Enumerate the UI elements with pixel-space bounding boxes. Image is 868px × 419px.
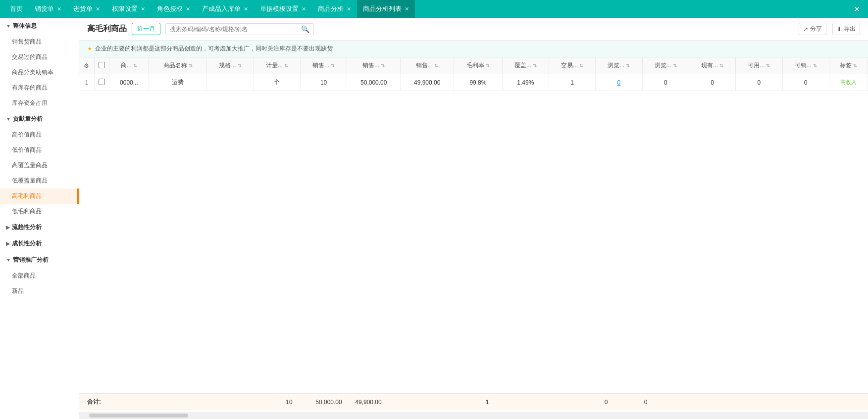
col-views2[interactable]: 浏览...⇅ xyxy=(642,57,689,74)
views1-link[interactable]: 0 xyxy=(617,79,621,86)
header-actions: ↗ 分享 ⬇ 导出 xyxy=(799,23,860,35)
scrollbar-thumb[interactable] xyxy=(89,414,188,418)
sort-icon-views1: ⇅ xyxy=(626,63,630,68)
content-area: 高毛利商品 近一月 🔍 ↗ 分享 ⬇ 导出 ✦ 企业的主要的利润都是这部分商品创… xyxy=(79,18,868,419)
col-current[interactable]: 现有...⇅ xyxy=(689,57,735,74)
col-sales-amount[interactable]: 销售...⇅ xyxy=(347,57,401,74)
sort-icon-sales-profit: ⇅ xyxy=(434,63,438,68)
sidebar-item-sales-goods[interactable]: 销售货商品 xyxy=(0,34,79,49)
sidebar-collapse-button[interactable]: 《 xyxy=(79,219,79,238)
sidebar-item-new-products[interactable]: 新品 xyxy=(0,283,79,299)
time-filter-button[interactable]: 近一月 xyxy=(132,23,160,35)
col-views1[interactable]: 浏览...⇅ xyxy=(596,57,642,74)
row-transactions: 1 xyxy=(549,74,595,91)
search-input[interactable] xyxy=(170,26,301,33)
col-code[interactable]: 商...⇅ xyxy=(109,57,149,74)
info-icon: ✦ xyxy=(87,46,92,52)
nav-template[interactable]: 单据模板设置 ✕ xyxy=(254,0,312,18)
row-sales-qty: 10 xyxy=(300,74,347,91)
col-checkbox[interactable] xyxy=(94,57,109,74)
arrow-down-icon-3: ▼ xyxy=(6,257,11,263)
share-button[interactable]: ↗ 分享 xyxy=(799,23,826,35)
sidebar-group-contribution[interactable]: ▼ 贡献量分析 xyxy=(0,111,79,127)
col-coverage[interactable]: 覆盖...⇅ xyxy=(502,57,549,74)
sort-icon-code: ⇅ xyxy=(133,63,137,68)
sidebar-item-category-rate[interactable]: 商品分类助销率 xyxy=(0,65,79,80)
col-gross-margin[interactable]: 毛利率⇅ xyxy=(454,57,503,74)
table-header-row: ⚙ 商...⇅ 商品名称⇅ 规格...⇅ 计量...⇅ 销售...⇅ 销售...… xyxy=(79,57,868,74)
col-tag[interactable]: 标签⇅ xyxy=(829,57,868,74)
close-permissions-tab[interactable]: ✕ xyxy=(141,6,145,12)
row-views1[interactable]: 0 xyxy=(596,74,642,91)
close-purchase-tab[interactable]: ✕ xyxy=(96,6,100,12)
row-code: 0000... xyxy=(109,74,149,91)
sort-icon-tag: ⇅ xyxy=(853,63,857,68)
search-icon[interactable]: 🔍 xyxy=(301,25,309,33)
sidebar-item-all-products[interactable]: 全部商品 xyxy=(0,268,79,283)
col-settings[interactable]: ⚙ xyxy=(79,57,94,74)
nav-permissions[interactable]: 权限设置 ✕ xyxy=(106,0,151,18)
row-sales-amount: 50,000.00 xyxy=(347,74,401,91)
close-product-analysis-tab[interactable]: ✕ xyxy=(347,6,351,12)
nav-product-analysis-list[interactable]: 商品分析列表 ✕ xyxy=(357,0,415,18)
sidebar-item-stock-capital[interactable]: 库存资金占用 xyxy=(0,95,79,111)
nav-product-inbound[interactable]: 产成品入库单 ✕ xyxy=(196,0,254,18)
footer-sales-amount: 50,000.00 xyxy=(309,399,349,406)
sidebar-item-low-coverage[interactable]: 低覆盖量商品 xyxy=(0,173,79,188)
nav-home[interactable]: 首页 xyxy=(4,0,29,18)
close-role-auth-tab[interactable]: ✕ xyxy=(186,6,190,12)
col-name[interactable]: 商品名称⇅ xyxy=(149,57,207,74)
row-sales-profit: 49,900.00 xyxy=(401,74,454,91)
col-spec[interactable]: 规格...⇅ xyxy=(207,57,254,74)
sidebar-item-high-coverage[interactable]: 高覆盖量商品 xyxy=(0,158,79,173)
sort-icon-available: ⇅ xyxy=(766,63,770,68)
col-sales-qty[interactable]: 销售...⇅ xyxy=(300,57,347,74)
sort-icon-transactions: ⇅ xyxy=(579,63,583,68)
sidebar-item-low-value[interactable]: 低价值商品 xyxy=(0,142,79,158)
row-checkbox[interactable] xyxy=(99,79,105,85)
content-header: 高毛利商品 近一月 🔍 ↗ 分享 ⬇ 导出 xyxy=(79,18,868,41)
col-transactions[interactable]: 交易...⇅ xyxy=(549,57,595,74)
arrow-right-icon: ▶ xyxy=(6,225,10,230)
sidebar-item-low-margin[interactable]: 低毛利商品 xyxy=(0,204,79,219)
nav-role-auth[interactable]: 角色授权 ✕ xyxy=(151,0,196,18)
nav-sales[interactable]: 销货单 ✕ xyxy=(29,0,67,18)
sidebar-item-high-margin[interactable]: 高毛利商品 xyxy=(0,188,79,204)
sidebar-item-traded-goods[interactable]: 交易过的商品 xyxy=(0,49,79,65)
col-available[interactable]: 可用...⇅ xyxy=(736,57,782,74)
col-unit[interactable]: 计量...⇅ xyxy=(254,57,300,74)
sidebar-group-marketing[interactable]: ▼ 营销推广分析 xyxy=(0,252,79,268)
nav-purchase[interactable]: 进货单 ✕ xyxy=(67,0,106,18)
close-product-inbound-tab[interactable]: ✕ xyxy=(244,6,248,12)
sidebar-item-high-value[interactable]: 高价值商品 xyxy=(0,127,79,142)
table-footer: 合计: 10 50,000.00 49,900.00 1 0 0 xyxy=(79,393,868,410)
col-sellable[interactable]: 可销...⇅ xyxy=(782,57,829,74)
export-button[interactable]: ⬇ 导出 xyxy=(832,23,860,35)
sort-icon-sales-qty: ⇅ xyxy=(331,63,335,68)
close-all-tabs[interactable]: ✕ xyxy=(850,4,864,14)
select-all-checkbox[interactable] xyxy=(99,62,105,68)
top-navigation: 首页 销货单 ✕ 进货单 ✕ 权限设置 ✕ 角色授权 ✕ 产成品入库单 ✕ 单据… xyxy=(0,0,868,18)
sidebar-group-overall[interactable]: ▼ 整体信息 xyxy=(0,18,79,34)
export-icon: ⬇ xyxy=(837,26,842,33)
close-template-tab[interactable]: ✕ xyxy=(302,6,306,12)
close-product-analysis-list-tab[interactable]: ✕ xyxy=(405,6,409,12)
arrow-down-icon: ▼ xyxy=(6,23,11,29)
table-container[interactable]: ⚙ 商...⇅ 商品名称⇅ 规格...⇅ 计量...⇅ 销售...⇅ 销售...… xyxy=(79,57,868,419)
table-row: 1 0000... 运费 个 10 50,000.00 49,900.00 99… xyxy=(79,74,868,91)
horizontal-scrollbar[interactable] xyxy=(79,412,868,419)
row-current: 0 xyxy=(689,74,735,91)
col-sales-profit[interactable]: 销售...⇅ xyxy=(401,57,454,74)
row-num: 1 xyxy=(79,74,94,91)
footer-available: 0 xyxy=(626,399,665,406)
sidebar-item-in-stock[interactable]: 有库存的商品 xyxy=(0,80,79,95)
nav-product-analysis[interactable]: 商品分析 ✕ xyxy=(312,0,357,18)
close-sales-tab[interactable]: ✕ xyxy=(57,6,61,12)
row-unit: 个 xyxy=(254,74,300,91)
row-name: 运费 xyxy=(149,74,207,91)
sidebar-group-trend[interactable]: ▶ 流趋性分析 xyxy=(0,219,79,235)
footer-sales-qty: 10 xyxy=(269,399,309,406)
sidebar-group-growth[interactable]: ▶ 成长性分析 xyxy=(0,235,79,252)
row-checkbox-cell[interactable] xyxy=(94,74,109,91)
sidebar: 《 ▼ 整体信息 销售货商品 交易过的商品 商品分类助销率 有库存的商品 库存资… xyxy=(0,18,79,419)
